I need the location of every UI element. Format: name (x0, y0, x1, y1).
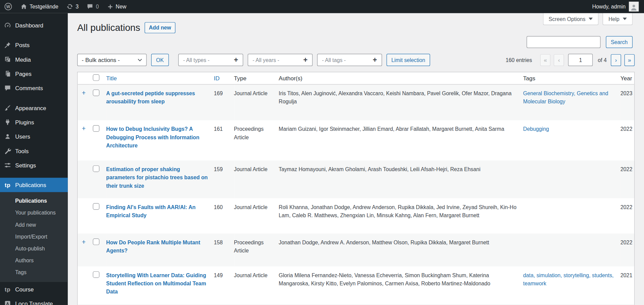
sidebar-item-publications[interactable]: tpPublications (0, 178, 68, 192)
row-checkbox[interactable] (93, 271, 99, 278)
sidebar-item-posts[interactable]: Posts (0, 38, 68, 52)
sidebar-item-pages[interactable]: Pages (0, 66, 68, 81)
new-label: New (116, 3, 126, 9)
search-input[interactable] (527, 36, 601, 48)
expand-cell (77, 266, 90, 304)
all-types-filter[interactable]: - All types - + (178, 54, 243, 66)
all-tags-filter[interactable]: - All tags - + (317, 54, 382, 66)
add-new-button[interactable]: Add new (145, 22, 175, 34)
submenu-item-auto-publish[interactable]: Auto-publish (0, 243, 68, 255)
first-page-button[interactable]: « (540, 54, 550, 66)
row-checkbox[interactable] (93, 89, 99, 96)
column-header-title[interactable]: Title (106, 72, 214, 84)
select-all-header (90, 72, 106, 84)
site-name[interactable]: Testgelände (16, 0, 62, 13)
publication-title-link[interactable]: Estimation of proper shaking parameters … (106, 166, 208, 189)
help-tab[interactable]: Help (603, 13, 632, 25)
expand-cell (77, 198, 90, 233)
sidebar-item-label: Media (15, 56, 31, 62)
tag-links[interactable]: data, simulation, storytelling, students… (523, 272, 614, 286)
sidebar-item-appearance[interactable]: Appearance (0, 101, 68, 115)
comments-menu[interactable]: 0 (83, 0, 103, 13)
row-checkbox[interactable] (93, 238, 99, 245)
sidebar-item-dashboard[interactable]: Dashboard (0, 18, 68, 32)
person-icon (630, 3, 638, 12)
sidebar-item-comments[interactable]: Comments (0, 81, 68, 95)
column-header-id[interactable]: ID (214, 72, 234, 84)
main-content: Screen Options Help All publications Add… (68, 13, 644, 305)
howdy-text[interactable]: Howdy, admin (592, 3, 626, 9)
admin-bar: W Testgelände 3 0 New (0, 0, 644, 13)
last-page-button[interactable]: » (624, 54, 635, 66)
updates-menu[interactable]: 3 (62, 0, 83, 13)
chevron-down-icon (589, 18, 593, 20)
sidebar-item-label: Publications (15, 182, 46, 188)
publications-submenu: PublicationsYour publicationsAdd newImpo… (0, 192, 68, 282)
sidebar-item-media[interactable]: Media (0, 52, 68, 66)
sidebar-item-label: Plugins (15, 119, 34, 125)
sidebar-item-settings[interactable]: Settings (0, 158, 68, 172)
ok-button[interactable]: OK (151, 54, 169, 66)
wp-logo-menu[interactable]: W (0, 0, 16, 13)
tag-links[interactable]: Debugging (523, 126, 549, 132)
row-checkbox[interactable] (93, 165, 99, 172)
year-cell: 2022 (621, 120, 635, 160)
prev-page-button[interactable]: ‹ (554, 54, 564, 66)
all-years-filter[interactable]: - All years - + (248, 54, 312, 66)
authors-cell: Mariam Guizani, Igor Steinmacher, Jillia… (279, 120, 523, 160)
screen-options-tab[interactable]: Screen Options (543, 13, 599, 25)
type-cell: Proceedings Article (234, 120, 279, 160)
submenu-item-publications[interactable]: Publications (0, 195, 68, 207)
table-row: +A gut-secreted peptide suppresses arous… (77, 84, 634, 120)
avatar[interactable] (629, 2, 639, 12)
sidebar-item-loco-translate[interactable]: Loco Translate (0, 297, 68, 305)
row-checkbox[interactable] (93, 125, 99, 131)
pages-icon (0, 70, 15, 77)
expand-row-icon[interactable]: + (82, 238, 85, 245)
publication-title-link[interactable]: How Do People Rank Multiple Mutant Agent… (106, 239, 200, 253)
sidebar-item-label: Appearance (15, 104, 46, 111)
submenu-item-authors[interactable]: Authors (0, 255, 68, 266)
site-name-label: Testgelände (30, 3, 58, 9)
plus-icon: + (373, 56, 377, 64)
expand-row-icon[interactable]: + (82, 89, 85, 97)
sidebar-item-label: Pages (15, 70, 32, 77)
appearance-icon (0, 104, 15, 111)
next-page-button[interactable]: › (611, 54, 621, 66)
plus-icon: + (303, 56, 308, 64)
submenu-item-your-publications[interactable]: Your publications (0, 207, 68, 219)
media-icon (0, 56, 15, 63)
updates-count: 3 (76, 3, 79, 9)
publication-title-link[interactable]: Storytelling With Learner Data: Guiding … (106, 272, 206, 294)
tags-cell (523, 160, 621, 198)
row-checkbox[interactable] (93, 203, 99, 209)
publication-title-link[interactable]: Finding AI's Faults with AAR/AI: An Empi… (106, 204, 196, 218)
sidebar-item-tools[interactable]: Tools (0, 144, 68, 158)
expand-row-icon[interactable]: + (82, 125, 85, 132)
sidebar-item-users[interactable]: Users (0, 129, 68, 144)
id-cell: 160 (214, 198, 234, 233)
tags-cell: General Biochemistry, Genetics and Molec… (523, 84, 621, 120)
select-all-checkbox[interactable] (93, 74, 99, 81)
new-content-menu[interactable]: New (103, 0, 131, 13)
screen-options-label: Screen Options (549, 16, 586, 22)
submenu-item-add-new[interactable]: Add new (0, 219, 68, 231)
limit-selection-button[interactable]: Limit selection (387, 54, 430, 66)
tp-icon: tp (0, 286, 15, 292)
search-button[interactable]: Search (606, 36, 632, 48)
submenu-item-import-export[interactable]: Import/Export (0, 231, 68, 243)
submenu-item-tags[interactable]: Tags (0, 266, 68, 278)
type-cell: Proceedings Article (234, 233, 279, 266)
current-page-input[interactable] (568, 54, 593, 66)
expand-cell: + (77, 120, 90, 160)
loco-icon (0, 300, 15, 305)
publication-title-link[interactable]: How to Debug Inclusivity Bugs? A Debuggi… (106, 126, 199, 148)
bulk-actions-value: - Bulk actions - (82, 57, 120, 63)
tag-links[interactable]: General Biochemistry, Genetics and Molec… (523, 90, 608, 104)
sidebar-item-plugins[interactable]: Plugins (0, 115, 68, 129)
bulk-actions-select[interactable]: - Bulk actions - (77, 54, 147, 66)
expand-column-header (77, 72, 90, 84)
table-header-row: TitleIDTypeAuthor(s)TagsYear (77, 72, 634, 84)
sidebar-item-course[interactable]: tpCourse (0, 282, 68, 296)
publication-title-link[interactable]: A gut-secreted peptide suppresses arousa… (106, 90, 195, 104)
